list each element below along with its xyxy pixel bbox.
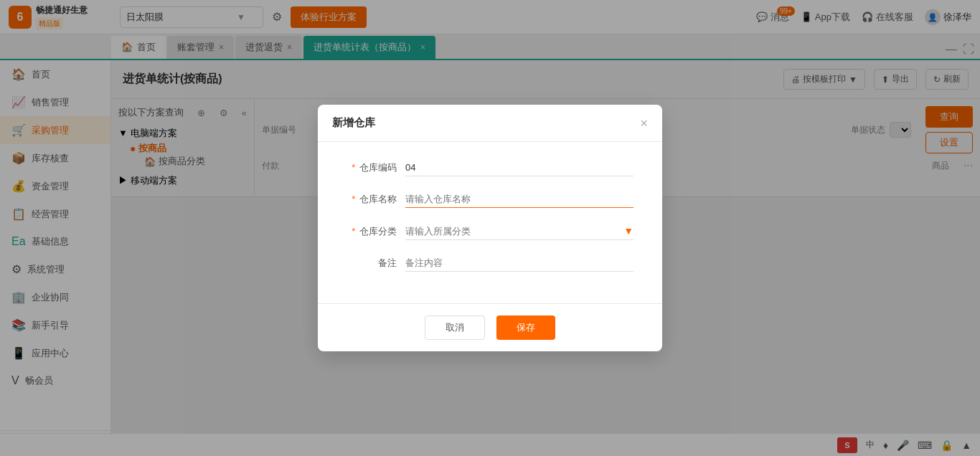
- modal-close-button[interactable]: ×: [640, 117, 648, 130]
- form-row-remark: 备注: [347, 255, 633, 272]
- category-chevron-icon[interactable]: ▼: [623, 225, 633, 237]
- category-select-wrap: ▼: [405, 222, 633, 240]
- category-label: * 仓库分类: [347, 225, 397, 238]
- save-button[interactable]: 保存: [496, 315, 555, 340]
- modal-overlay: 新增仓库 × * 仓库编码 * 仓库名称: [0, 0, 980, 456]
- new-warehouse-modal: 新增仓库 × * 仓库编码 * 仓库名称: [318, 105, 662, 351]
- cancel-button[interactable]: 取消: [425, 315, 485, 340]
- modal-header: 新增仓库 ×: [318, 105, 662, 142]
- modal-title: 新增仓库: [332, 116, 375, 130]
- form-row-name: * 仓库名称: [347, 191, 633, 208]
- remark-label: 备注: [347, 257, 397, 270]
- warehouse-code-input[interactable]: [405, 159, 633, 176]
- name-label: * 仓库名称: [347, 193, 397, 206]
- form-row-code: * 仓库编码: [347, 159, 633, 176]
- form-row-category: * 仓库分类 ▼: [347, 222, 633, 240]
- remark-input[interactable]: [405, 255, 633, 272]
- modal-body: * 仓库编码 * 仓库名称 * 仓库分类: [318, 142, 662, 303]
- modal-footer: 取消 保存: [318, 303, 662, 351]
- category-input[interactable]: [405, 226, 623, 237]
- code-label: * 仓库编码: [347, 161, 397, 174]
- warehouse-name-input[interactable]: [405, 191, 633, 208]
